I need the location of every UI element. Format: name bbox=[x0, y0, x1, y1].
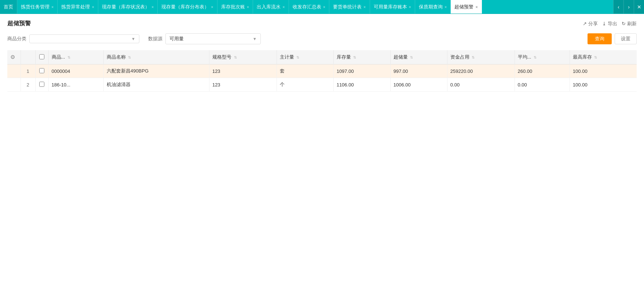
nav-item-available-account[interactable]: 可用量库存账本 × bbox=[370, 0, 415, 14]
nav-item-shelf-life[interactable]: 保质期查询 × bbox=[415, 0, 451, 14]
nav-prev-btn[interactable]: ‹ bbox=[613, 0, 623, 14]
td-stock-1: 1106.00 bbox=[333, 78, 390, 92]
th-product-code-label: 商品... bbox=[52, 54, 65, 60]
data-table: ⚙ 商品... ⇅ 商品名称 ⇅ 规格型号 ⇅ bbox=[7, 50, 637, 92]
th-overstock-label: 超储量 bbox=[394, 54, 408, 60]
nav-item-inventory-status[interactable]: 现存量（库存状况表） × bbox=[98, 0, 158, 14]
th-capital-label: 资金占用 bbox=[450, 54, 469, 60]
nav-item-task-mgmt[interactable]: 拣货任务管理 × bbox=[17, 0, 58, 14]
select-all-checkbox[interactable] bbox=[39, 54, 44, 59]
th-unit[interactable]: 主计量 ⇅ bbox=[277, 50, 333, 64]
nav-item-batch-account[interactable]: 库存批次账 × bbox=[217, 0, 253, 14]
gear-icon[interactable]: ⚙ bbox=[10, 54, 15, 60]
product-category-filter: 商品分类 ▼ bbox=[7, 34, 139, 43]
nav-label-batch-account: 库存批次账 bbox=[221, 4, 245, 10]
refresh-icon: ↻ bbox=[622, 21, 626, 26]
export-button[interactable]: ⤓ 导出 bbox=[602, 21, 617, 27]
close-inventory-dist[interactable]: × bbox=[211, 5, 213, 9]
page-header: 超储预警 ↗ 分享 ⤓ 导出 ↻ 刷新 bbox=[7, 20, 637, 27]
td-max-stock-0: 100.00 bbox=[570, 64, 637, 78]
th-capital[interactable]: 资金占用 ⇅ bbox=[447, 50, 515, 64]
product-category-select[interactable]: ▼ bbox=[29, 34, 139, 43]
td-stock-0: 1097.00 bbox=[333, 64, 390, 78]
td-product-code-1: 186-10... bbox=[48, 78, 103, 92]
close-receive-summary[interactable]: × bbox=[323, 5, 325, 9]
th-avg[interactable]: 平均... ⇅ bbox=[515, 50, 570, 64]
data-source-label: 数据源 bbox=[148, 36, 162, 42]
th-unit-label: 主计量 bbox=[280, 54, 294, 60]
row-checkbox-1[interactable] bbox=[39, 82, 44, 87]
close-available-account[interactable]: × bbox=[409, 5, 411, 9]
td-avg-0: 260.00 bbox=[515, 64, 570, 78]
table-row: 1 0000004 六配套新昌490BPG 123 套 1097.00 997.… bbox=[7, 64, 637, 78]
nav-next-btn[interactable]: › bbox=[623, 0, 634, 14]
close-overstock[interactable]: × bbox=[475, 5, 477, 9]
td-checkbox-1[interactable] bbox=[35, 78, 48, 92]
th-overstock[interactable]: 超储量 ⇅ bbox=[390, 50, 447, 64]
th-product-name[interactable]: 商品名称 ⇅ bbox=[103, 50, 209, 64]
nav-item-receive-summary[interactable]: 收发存汇总表 × bbox=[289, 0, 329, 14]
th-max-stock[interactable]: 最高库存 ⇅ bbox=[570, 50, 637, 64]
nav-label-task-mgmt: 拣货任务管理 bbox=[21, 4, 50, 10]
nav-label-in-out-flow: 出入库流水 bbox=[257, 4, 281, 10]
settings-button[interactable]: 设置 bbox=[615, 33, 637, 44]
nav-close-btn[interactable]: ✕ bbox=[634, 0, 644, 14]
refresh-button[interactable]: ↻ 刷新 bbox=[622, 21, 637, 27]
td-settings-1 bbox=[7, 78, 21, 92]
export-icon: ⤓ bbox=[602, 21, 606, 26]
nav-item-exception[interactable]: 拣货异常处理 × bbox=[58, 0, 98, 14]
data-source-chevron-icon: ▼ bbox=[253, 37, 257, 41]
close-task-mgmt[interactable]: × bbox=[51, 5, 54, 9]
th-spec[interactable]: 规格型号 ⇅ bbox=[209, 50, 277, 64]
refresh-label: 刷新 bbox=[627, 21, 637, 27]
sort-overstock-icon: ⇅ bbox=[410, 55, 413, 59]
td-product-name-0: 六配套新昌490BPG bbox=[103, 64, 209, 78]
share-button[interactable]: ↗ 分享 bbox=[583, 21, 598, 27]
th-checkbox[interactable] bbox=[35, 50, 48, 64]
chevron-down-icon: ▼ bbox=[131, 37, 135, 41]
nav-arrows: ‹ › ✕ bbox=[613, 0, 644, 14]
query-button[interactable]: 查询 bbox=[588, 33, 612, 44]
td-no-1: 2 bbox=[21, 78, 35, 92]
row-checkbox-0[interactable] bbox=[39, 68, 44, 73]
close-shelf-life[interactable]: × bbox=[444, 5, 447, 9]
th-settings[interactable]: ⚙ bbox=[7, 50, 21, 64]
close-batch-account[interactable]: × bbox=[247, 5, 249, 9]
th-product-code[interactable]: 商品... ⇅ bbox=[48, 50, 103, 64]
td-no-0: 1 bbox=[21, 64, 35, 78]
nav-item-order-stats[interactable]: 要货单统计表 × bbox=[329, 0, 370, 14]
td-settings-0 bbox=[7, 64, 21, 78]
sort-capital-icon: ⇅ bbox=[472, 55, 475, 59]
nav-item-inventory-dist[interactable]: 现存量（库存分布表） × bbox=[158, 0, 217, 14]
nav-label-available-account: 可用量库存账本 bbox=[374, 4, 407, 10]
th-product-name-label: 商品名称 bbox=[107, 54, 126, 60]
main-content: 超储预警 ↗ 分享 ⤓ 导出 ↻ 刷新 商品分类 ▼ 数据源 bbox=[0, 14, 644, 293]
sort-unit-icon: ⇅ bbox=[296, 55, 299, 59]
close-order-stats[interactable]: × bbox=[363, 5, 366, 9]
nav-label-inventory-status: 现存量（库存状况表） bbox=[102, 4, 150, 10]
filter-row: 商品分类 ▼ 数据源 可用量 ▼ 查询 设置 bbox=[7, 33, 637, 44]
th-max-stock-label: 最高库存 bbox=[573, 54, 592, 60]
td-capital-0: 259220.00 bbox=[447, 64, 515, 78]
nav-item-home[interactable]: 首页 bbox=[0, 0, 17, 14]
nav-item-overstock[interactable]: 超储预警 × bbox=[451, 0, 482, 14]
th-stock[interactable]: 库存量 ⇅ bbox=[333, 50, 390, 64]
close-inventory-status[interactable]: × bbox=[151, 5, 154, 9]
close-in-out-flow[interactable]: × bbox=[282, 5, 285, 9]
export-label: 导出 bbox=[608, 21, 617, 27]
nav-label-shelf-life: 保质期查询 bbox=[419, 4, 443, 10]
nav-label-overstock: 超储预警 bbox=[454, 4, 473, 10]
nav-item-in-out-flow[interactable]: 出入库流水 × bbox=[253, 0, 289, 14]
data-source-select[interactable]: 可用量 ▼ bbox=[165, 33, 261, 44]
th-spec-label: 规格型号 bbox=[212, 54, 231, 60]
sort-max-stock-icon: ⇅ bbox=[594, 55, 597, 59]
td-max-stock-1: 100.00 bbox=[570, 78, 637, 92]
td-product-name-1: 机油滤清器 bbox=[103, 78, 209, 92]
close-exception[interactable]: × bbox=[92, 5, 94, 9]
nav-label-order-stats: 要货单统计表 bbox=[333, 4, 362, 10]
table-header-row: ⚙ 商品... ⇅ 商品名称 ⇅ 规格型号 ⇅ bbox=[7, 50, 637, 64]
nav-label-receive-summary: 收发存汇总表 bbox=[293, 4, 321, 10]
table-row: 2 186-10... 机油滤清器 123 个 1106.00 1006.00 … bbox=[7, 78, 637, 92]
td-checkbox-0[interactable] bbox=[35, 64, 48, 78]
th-no bbox=[21, 50, 35, 64]
